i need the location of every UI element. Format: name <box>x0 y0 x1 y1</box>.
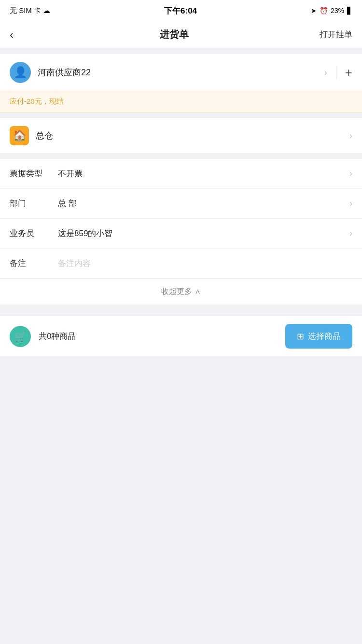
location-icon: ➤ <box>311 7 317 14</box>
alarm-icon: ⏰ <box>320 7 328 14</box>
home-icon: 🏠 <box>13 129 26 142</box>
salesman-value: 这是859的小智 <box>53 228 345 239</box>
bottom-bar: 🛒 共0种商品 ⊞ 选择商品 <box>0 316 362 356</box>
open-pending-button[interactable]: 打开挂单 <box>320 29 352 40</box>
section-gap-2 <box>0 112 362 118</box>
status-left: 无 SIM 卡 ☁ <box>10 6 50 15</box>
back-button[interactable]: ‹ <box>10 28 29 42</box>
status-right: ➤ ⏰ 23% ▋ <box>311 7 352 14</box>
warehouse-section: 🏠 总仓 › <box>0 118 362 153</box>
warehouse-name: 总仓 <box>36 130 349 141</box>
dept-label: 部门 <box>10 198 53 209</box>
collapse-button[interactable]: 收起更多 ∧ <box>0 279 362 305</box>
supplier-section: 👤 河南供应商22 › + 应付-20元，现结 <box>0 54 362 112</box>
product-count: 共0种商品 <box>39 331 278 342</box>
select-product-button[interactable]: ⊞ 选择商品 <box>285 324 352 349</box>
section-gap-3 <box>0 305 362 310</box>
supplier-row[interactable]: 👤 河南供应商22 › + <box>0 54 362 91</box>
section-gap-1 <box>0 48 362 54</box>
page-title: 进货单 <box>160 28 189 41</box>
salesman-row[interactable]: 业务员 这是859的小智 › <box>0 219 362 249</box>
remark-label: 备注 <box>10 258 53 269</box>
status-time: 下午6:04 <box>164 5 197 16</box>
remark-input[interactable]: 备注内容 <box>53 258 352 269</box>
supplier-name: 河南供应商22 <box>38 67 324 78</box>
select-label: 选择商品 <box>308 331 341 342</box>
product-icon: 🛒 <box>10 326 31 347</box>
ticket-type-value: 不开票 <box>53 168 345 179</box>
status-bar: 无 SIM 卡 ☁ 下午6:04 ➤ ⏰ 23% ▋ <box>0 0 362 21</box>
ticket-type-row[interactable]: 票据类型 不开票 › <box>0 159 362 189</box>
add-button[interactable]: + <box>345 65 352 80</box>
ticket-type-label: 票据类型 <box>10 168 53 179</box>
supplier-avatar: 👤 <box>10 62 31 83</box>
battery-level: 23% <box>331 7 344 14</box>
ticket-chevron-icon: › <box>349 168 352 179</box>
battery-icon: ▋ <box>347 7 352 14</box>
warehouse-icon: 🏠 <box>10 126 29 145</box>
dept-value: 总 部 <box>53 198 345 209</box>
select-icon: ⊞ <box>297 331 304 342</box>
salesman-chevron-icon: › <box>349 228 352 238</box>
notice-banner: 应付-20元，现结 <box>0 91 362 112</box>
cart-icon: 🛒 <box>14 331 27 342</box>
nav-bar: ‹ 进货单 打开挂单 <box>0 21 362 48</box>
form-section: 票据类型 不开票 › 部门 总 部 › 业务员 这是859的小智 › 备注 备注… <box>0 159 362 305</box>
warehouse-row[interactable]: 🏠 总仓 › <box>0 118 362 153</box>
vertical-divider <box>336 66 336 79</box>
remark-row[interactable]: 备注 备注内容 <box>0 249 362 279</box>
collapse-label: 收起更多 ∧ <box>161 287 200 297</box>
supplier-chevron-icon: › <box>324 68 327 78</box>
salesman-label: 业务员 <box>10 228 53 239</box>
warehouse-chevron-icon: › <box>349 131 352 141</box>
dept-chevron-icon: › <box>349 198 352 209</box>
dept-row[interactable]: 部门 总 部 › <box>0 189 362 219</box>
sim-status: 无 SIM 卡 ☁ <box>10 6 50 15</box>
person-icon: 👤 <box>14 66 27 79</box>
